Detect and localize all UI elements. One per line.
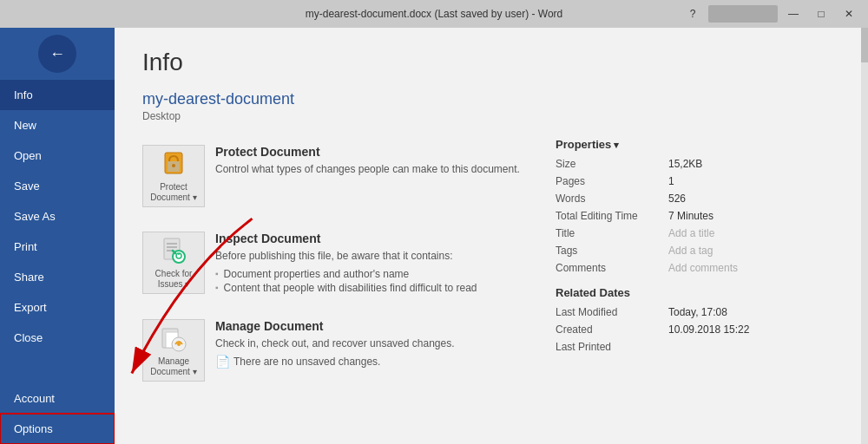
- prop-created-label: Created: [556, 323, 668, 336]
- manage-document-card: ManageDocument ▾ Manage Document Check i…: [142, 312, 528, 388]
- prop-words-value: 526: [668, 193, 686, 205]
- main-layout: ← Info New Open Save Save As Print Share…: [0, 28, 868, 444]
- protect-card-desc: Control what types of changes people can…: [215, 162, 528, 177]
- manage-card-body: Manage Document Check in, check out, and…: [215, 319, 528, 369]
- manage-icon-label: ManageDocument ▾: [150, 356, 196, 377]
- prop-size: Size 15,2KB: [556, 158, 833, 170]
- protect-document-icon[interactable]: ProtectDocument ▾: [142, 145, 205, 207]
- inspect-list-item-1: Document properties and author's name: [215, 267, 528, 281]
- prop-editing-time-value: 7 Minutes: [668, 210, 713, 222]
- inspect-icon-label: Check forIssues ▾: [155, 269, 193, 290]
- prop-last-printed-label: Last Printed: [556, 341, 668, 353]
- doc-location: Desktop: [142, 110, 833, 122]
- doc-name: my-dearest-document: [142, 90, 833, 108]
- inspect-card-body: Inspect Document Before publishing this …: [215, 232, 528, 295]
- prop-last-modified-label: Last Modified: [556, 306, 668, 318]
- cards-column: ProtectDocument ▾ Protect Document Contr…: [142, 138, 528, 388]
- properties-column: Properties Size 15,2KB Pages 1 Words 526…: [556, 138, 833, 388]
- sidebar-item-save[interactable]: Save: [0, 171, 115, 201]
- help-button[interactable]: ?: [681, 5, 705, 23]
- scrollbar[interactable]: [861, 28, 868, 444]
- manage-card-title: Manage Document: [215, 319, 528, 333]
- sidebar-item-open[interactable]: Open: [0, 140, 115, 171]
- sidebar-item-share[interactable]: Share: [0, 262, 115, 292]
- prop-created: Created 10.09.2018 15:22: [556, 323, 833, 336]
- manage-doc-icon: 📄: [215, 355, 230, 369]
- prop-pages-label: Pages: [556, 175, 668, 187]
- sidebar: ← Info New Open Save Save As Print Share…: [0, 28, 115, 444]
- protect-icon-label: ProtectDocument ▾: [150, 182, 196, 203]
- prop-comments-value[interactable]: Add comments: [668, 262, 738, 274]
- protect-document-card: ProtectDocument ▾ Protect Document Contr…: [142, 138, 528, 214]
- page-title: Info: [142, 49, 833, 76]
- prop-last-modified-value: Today, 17:08: [668, 306, 727, 318]
- inspect-list-item-2: Content that people with disabilities fi…: [215, 281, 528, 295]
- sidebar-item-info[interactable]: Info: [0, 80, 115, 110]
- svg-point-9: [178, 253, 180, 255]
- titlebar-controls: ? — □ ✕: [681, 5, 861, 23]
- restore-button[interactable]: □: [809, 5, 833, 23]
- inspect-document-icon[interactable]: Check forIssues ▾: [142, 232, 205, 294]
- titlebar: my-dearest-document.docx (Last saved by …: [0, 0, 868, 28]
- prop-last-modified: Last Modified Today, 17:08: [556, 306, 833, 318]
- sidebar-bottom: Account Options: [0, 383, 115, 444]
- sidebar-item-new[interactable]: New: [0, 110, 115, 140]
- sidebar-item-save-as[interactable]: Save As: [0, 201, 115, 232]
- prop-pages-value: 1: [668, 175, 674, 187]
- prop-comments: Comments Add comments: [556, 262, 833, 274]
- content-area: Info my-dearest-document Desktop Protect…: [115, 28, 861, 444]
- inspect-card-desc: Before publishing this file, be aware th…: [215, 249, 528, 264]
- prop-pages: Pages 1: [556, 175, 833, 187]
- svg-point-2: [172, 164, 175, 167]
- prop-comments-label: Comments: [556, 262, 668, 274]
- sidebar-item-export[interactable]: Export: [0, 292, 115, 323]
- prop-last-printed: Last Printed: [556, 341, 833, 353]
- properties-header[interactable]: Properties: [556, 138, 833, 151]
- sidebar-item-options[interactable]: Options: [0, 414, 115, 444]
- prop-words-label: Words: [556, 193, 668, 205]
- svg-point-13: [177, 343, 181, 346]
- minimize-button[interactable]: —: [781, 5, 806, 23]
- prop-title-label: Title: [556, 227, 668, 239]
- inspect-document-card: Check forIssues ▾ Inspect Document Befor…: [142, 225, 528, 302]
- prop-tags: Tags Add a tag: [556, 245, 833, 257]
- sidebar-item-close[interactable]: Close: [0, 323, 115, 353]
- close-button[interactable]: ✕: [837, 5, 861, 23]
- inspect-card-list: Document properties and author's name Co…: [215, 267, 528, 295]
- prop-editing-time-label: Total Editing Time: [556, 210, 668, 222]
- related-dates-header: Related Dates: [556, 286, 833, 299]
- prop-editing-time: Total Editing Time 7 Minutes: [556, 210, 833, 222]
- manage-card-desc: Check in, check out, and recover unsaved…: [215, 336, 528, 351]
- prop-tags-label: Tags: [556, 245, 668, 257]
- sidebar-item-print[interactable]: Print: [0, 232, 115, 262]
- protect-card-title: Protect Document: [215, 145, 528, 159]
- scrollbar-thumb[interactable]: [861, 28, 868, 62]
- manage-note: There are no unsaved changes.: [233, 356, 380, 368]
- protect-card-body: Protect Document Control what types of c…: [215, 145, 528, 177]
- back-button[interactable]: ←: [38, 35, 76, 73]
- prop-title-value[interactable]: Add a title: [668, 227, 714, 239]
- titlebar-title: my-dearest-document.docx (Last saved by …: [306, 8, 563, 20]
- inspect-card-title: Inspect Document: [215, 232, 528, 245]
- manage-document-icon[interactable]: ManageDocument ▾: [142, 319, 205, 382]
- prop-created-value: 10.09.2018 15:22: [668, 323, 749, 336]
- sidebar-nav: Info New Open Save Save As Print Share E…: [0, 80, 115, 353]
- info-section: ProtectDocument ▾ Protect Document Contr…: [142, 138, 833, 388]
- prop-size-label: Size: [556, 158, 668, 170]
- user-area: [708, 5, 778, 23]
- prop-words: Words 526: [556, 193, 833, 205]
- prop-title: Title Add a title: [556, 227, 833, 239]
- sidebar-item-account[interactable]: Account: [0, 383, 115, 414]
- prop-size-value: 15,2KB: [668, 158, 702, 170]
- prop-tags-value[interactable]: Add a tag: [668, 245, 713, 257]
